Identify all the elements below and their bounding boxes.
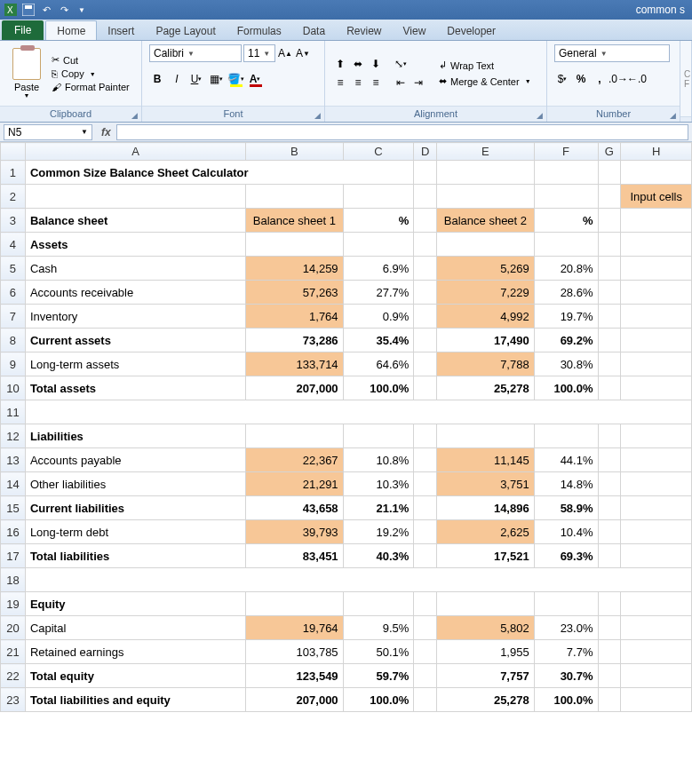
ltd-e[interactable]: 2,625 — [437, 520, 534, 544]
bs1-header[interactable]: Balance sheet 1 — [246, 209, 343, 233]
decrease-indent-icon[interactable]: ⇤ — [393, 75, 409, 91]
cap-b[interactable]: 19,764 — [246, 616, 343, 640]
row-16[interactable]: 16 — [1, 520, 26, 544]
lta-b[interactable]: 133,714 — [246, 352, 343, 376]
lta-label[interactable]: Long-term assets — [25, 352, 245, 376]
tab-formulas[interactable]: Formulas — [227, 21, 292, 40]
ol-f[interactable]: 14.8% — [534, 472, 598, 496]
ap-b[interactable]: 22,367 — [246, 448, 343, 472]
decrease-decimal-icon[interactable]: ←.0 — [629, 71, 645, 87]
fx-icon[interactable]: fx — [96, 126, 116, 139]
bold-button[interactable]: B — [149, 71, 165, 87]
tle-e[interactable]: 25,278 — [437, 688, 534, 712]
re-f[interactable]: 7.7% — [534, 640, 598, 664]
inv-label[interactable]: Inventory — [25, 305, 245, 329]
fill-color-button[interactable]: 🪣▾ — [227, 71, 243, 87]
row-17[interactable]: 17 — [1, 544, 26, 568]
ap-e[interactable]: 11,145 — [437, 448, 534, 472]
inv-pct2[interactable]: 19.7% — [534, 305, 598, 329]
row-19[interactable]: 19 — [1, 592, 26, 616]
row-4[interactable]: 4 — [1, 233, 26, 257]
paste-button[interactable]: Paste ▼ — [7, 48, 46, 99]
cut-button[interactable]: ✂Cut — [52, 53, 130, 67]
row-9[interactable]: 9 — [1, 352, 26, 376]
number-format-combo[interactable]: General▼ — [554, 44, 670, 62]
row-8[interactable]: 8 — [1, 329, 26, 352]
re-e[interactable]: 1,955 — [437, 640, 534, 664]
cash-pct1[interactable]: 6.9% — [343, 257, 414, 281]
row-10[interactable]: 10 — [1, 376, 26, 400]
alignment-dialog-icon[interactable]: ◢ — [537, 111, 543, 120]
sheet-title[interactable]: Common Size Balance Sheet Calculator — [25, 161, 413, 185]
col-D[interactable]: D — [414, 143, 437, 161]
re-label[interactable]: Retained earnings — [25, 640, 245, 664]
col-E[interactable]: E — [437, 143, 534, 161]
tle-f[interactable]: 100.0% — [534, 688, 598, 712]
tot-eq-label[interactable]: Total equity — [25, 664, 245, 688]
cur-assets-c[interactable]: 35.4% — [343, 329, 414, 352]
liab-header[interactable]: Liabilities — [25, 424, 245, 448]
tab-view[interactable]: View — [393, 21, 437, 40]
bs2-header[interactable]: Balance sheet 2 — [437, 209, 534, 233]
inv-bs1[interactable]: 1,764 — [246, 305, 343, 329]
tl-b[interactable]: 83,451 — [246, 544, 343, 568]
inv-pct1[interactable]: 0.9% — [343, 305, 414, 329]
cap-e[interactable]: 5,802 — [437, 616, 534, 640]
ol-c[interactable]: 10.3% — [343, 472, 414, 496]
row-2[interactable]: 2 — [1, 185, 26, 209]
cash-pct2[interactable]: 20.8% — [534, 257, 598, 281]
worksheet-grid[interactable]: A B C D E F G H 1 Common Size Balance Sh… — [0, 142, 692, 784]
ltd-c[interactable]: 19.2% — [343, 520, 414, 544]
merge-dropdown-icon[interactable]: ▼ — [525, 78, 531, 84]
align-bottom-icon[interactable]: ⬇ — [368, 56, 384, 72]
row-22[interactable]: 22 — [1, 664, 26, 688]
cash-label[interactable]: Cash — [25, 257, 245, 281]
ol-label[interactable]: Other liabilities — [25, 472, 245, 496]
row-20[interactable]: 20 — [1, 616, 26, 640]
ar-pct1[interactable]: 27.7% — [343, 281, 414, 305]
lta-f[interactable]: 30.8% — [534, 352, 598, 376]
copy-dropdown-icon[interactable]: ▼ — [90, 71, 96, 77]
font-name-combo[interactable]: Calibri▼ — [149, 44, 242, 62]
row-11[interactable]: 11 — [1, 400, 26, 424]
select-all-corner[interactable] — [1, 143, 26, 161]
te-b[interactable]: 123,549 — [246, 664, 343, 688]
ltd-f[interactable]: 10.4% — [534, 520, 598, 544]
undo-icon[interactable]: ↶ — [39, 3, 53, 17]
tab-data[interactable]: Data — [292, 21, 336, 40]
tot-le-label[interactable]: Total liabilities and equity — [25, 688, 245, 712]
clipboard-dialog-icon[interactable]: ◢ — [131, 111, 138, 120]
row-13[interactable]: 13 — [1, 448, 26, 472]
align-left-icon[interactable]: ≡ — [332, 75, 348, 91]
cap-label[interactable]: Capital — [25, 616, 245, 640]
tl-e[interactable]: 17,521 — [437, 544, 534, 568]
col-G[interactable]: G — [598, 143, 621, 161]
cl-b[interactable]: 43,658 — [246, 496, 343, 520]
cash-bs1[interactable]: 14,259 — [246, 257, 343, 281]
increase-decimal-icon[interactable]: .0→ — [610, 71, 626, 87]
merge-center-button[interactable]: ⬌Merge & Center▼ — [439, 75, 531, 88]
ta-e[interactable]: 25,278 — [437, 376, 534, 400]
cl-c[interactable]: 21.1% — [343, 496, 414, 520]
increase-font-icon[interactable]: A▲ — [277, 45, 293, 61]
align-center-icon[interactable]: ≡ — [350, 75, 366, 91]
row-18[interactable]: 18 — [1, 568, 26, 592]
col-H[interactable]: H — [621, 143, 692, 161]
cur-assets-b[interactable]: 73,286 — [246, 329, 343, 352]
redo-icon[interactable]: ↷ — [57, 3, 71, 17]
tab-developer[interactable]: Developer — [436, 21, 506, 40]
ta-b[interactable]: 207,000 — [246, 376, 343, 400]
row-5[interactable]: 5 — [1, 257, 26, 281]
tab-review[interactable]: Review — [336, 21, 392, 40]
ta-c[interactable]: 100.0% — [343, 376, 414, 400]
ap-label[interactable]: Accounts payable — [25, 448, 245, 472]
re-c[interactable]: 50.1% — [343, 640, 414, 664]
comma-button[interactable]: , — [592, 71, 608, 87]
cl-f[interactable]: 58.9% — [534, 496, 598, 520]
number-dialog-icon[interactable]: ◢ — [670, 111, 676, 120]
italic-button[interactable]: I — [169, 71, 185, 87]
percent-button[interactable]: % — [573, 71, 589, 87]
ltd-label[interactable]: Long-term debt — [25, 520, 245, 544]
tot-assets-label[interactable]: Total assets — [25, 376, 245, 400]
tl-f[interactable]: 69.3% — [534, 544, 598, 568]
